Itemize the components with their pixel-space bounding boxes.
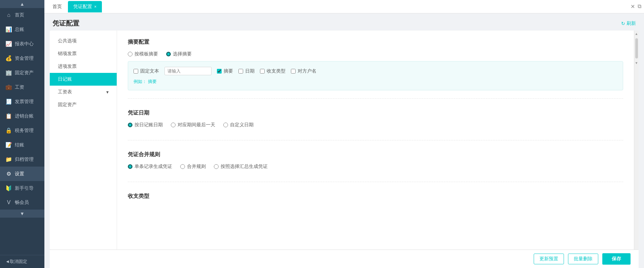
- sidebar-item-tax[interactable]: 🔒 税务管理: [0, 123, 44, 138]
- merge-rules-radio-group: 单条记录生成凭证 合并规则 按照选择汇总生成凭证: [128, 164, 623, 170]
- merge-rules-section: 凭证合并规则 单条记录生成凭证 合并规则: [128, 151, 623, 182]
- archive-icon: 📁: [5, 156, 12, 163]
- left-nav-fixed-assets[interactable]: 固定资产: [50, 98, 117, 111]
- tab-close-button[interactable]: ×: [94, 4, 97, 9]
- tax-icon: 🔒: [5, 127, 12, 134]
- voucher-date-title: 凭证日期: [128, 109, 623, 117]
- checkbox-income-expense-label[interactable]: 收支类型: [260, 68, 286, 74]
- sidebar-item-member[interactable]: V 畅会员: [0, 195, 44, 210]
- radio-template-label[interactable]: 按模板摘要: [128, 51, 158, 57]
- sidebar-item-invoice[interactable]: 🧾 发票管理: [0, 94, 44, 109]
- refresh-button[interactable]: ↻ 刷新: [621, 20, 636, 27]
- page-title: 凭证配置: [52, 19, 79, 28]
- bottom-bar: 更新预置 批量删除 保存: [50, 250, 639, 268]
- scrollbar-track[interactable]: ▲ ▼: [634, 31, 639, 250]
- invoice-icon: 🧾: [5, 98, 12, 105]
- sidebar-unpin-button[interactable]: ◄取消固定: [0, 255, 44, 268]
- main-area: 首页 凭证配置 × ✕ ⧉ 凭证配置 ↻ 刷新 公共选项: [44, 0, 644, 268]
- refresh-icon: ↻: [621, 21, 625, 26]
- save-button[interactable]: 保存: [602, 253, 631, 265]
- summary-config-box: 固定文本 摘要 日期: [128, 61, 623, 90]
- page-header: 凭证配置 ↻ 刷新: [44, 13, 644, 31]
- radio-select-label[interactable]: 选择摘要: [166, 51, 192, 57]
- reports-icon: 📈: [5, 41, 12, 47]
- voucher-date-radio-group: 按日记账日期 对应期间最后一天 自定义日期: [128, 122, 623, 128]
- scroll-down-arrow[interactable]: ▼: [635, 60, 638, 66]
- sidebar-item-guide[interactable]: 🔰 新手引导: [0, 181, 44, 195]
- sidebar-item-reports[interactable]: 📈 报表中心: [0, 37, 44, 51]
- checkbox-income-expense-input[interactable]: [260, 69, 265, 74]
- batch-delete-button[interactable]: 批量删除: [568, 254, 598, 264]
- left-nav-journal[interactable]: 日记账: [50, 73, 117, 86]
- sidebar: ▲ ⌂ 首页 📊 总账 📈 报表中心 💰 资金管理 🏢 固定资产 💼 工资 🧾 …: [0, 0, 44, 268]
- checkbox-counterparty-input[interactable]: [291, 69, 296, 74]
- payroll-icon: 💼: [5, 84, 12, 90]
- sidebar-item-payroll[interactable]: 💼 工资: [0, 80, 44, 94]
- sidebar-scroll-up[interactable]: ▲: [0, 0, 44, 8]
- radio-journal-date-input[interactable]: [128, 123, 132, 127]
- ledger-icon: 📊: [5, 26, 12, 33]
- home-icon: ⌂: [5, 12, 12, 18]
- summary-config-title: 摘要配置: [128, 39, 623, 46]
- radio-select-merge-label[interactable]: 按照选择汇总生成凭证: [214, 164, 268, 170]
- update-preview-button[interactable]: 更新预置: [534, 254, 564, 264]
- right-content: 摘要配置 按模板摘要 选择摘要: [117, 31, 634, 250]
- radio-merge-input[interactable]: [180, 164, 185, 169]
- window-close-icon[interactable]: ✕: [631, 3, 635, 10]
- tab-voucher-config[interactable]: 凭证配置 ×: [68, 1, 102, 12]
- radio-merge-label[interactable]: 合并规则: [180, 164, 206, 170]
- income-expense-section: 收支类型: [128, 193, 623, 213]
- checkbox-fixed-text-label[interactable]: 固定文本: [134, 68, 159, 74]
- summary-radio-group: 按模板摘要 选择摘要: [128, 51, 623, 57]
- sidebar-scroll-down[interactable]: ▼: [0, 210, 44, 218]
- body-layout: 公共选项 销项发票 进项发票 日记账 工资表 ▾ 固定资产: [50, 31, 639, 250]
- radio-last-day-label[interactable]: 对应期间最后一天: [171, 122, 215, 128]
- sidebar-item-close[interactable]: 📝 结账: [0, 138, 44, 152]
- checkbox-fixed-text-input[interactable]: [134, 69, 138, 74]
- settings-icon: ⚙: [5, 171, 12, 177]
- radio-template-input[interactable]: [128, 52, 132, 56]
- assets-icon: 🏢: [5, 70, 12, 76]
- summary-config-section: 摘要配置 按模板摘要 选择摘要: [128, 39, 623, 99]
- checkbox-row: 固定文本 摘要 日期: [134, 67, 617, 75]
- left-nav-sales[interactable]: 销项发票: [50, 47, 117, 60]
- sidebar-item-ledger[interactable]: 📊 总账: [0, 22, 44, 37]
- checkbox-date-input[interactable]: [238, 69, 243, 74]
- sidebar-item-assets[interactable]: 🏢 固定资产: [0, 65, 44, 80]
- left-nav-purchase[interactable]: 进项发票: [50, 60, 117, 73]
- sidebar-item-archive[interactable]: 📁 归档管理: [0, 152, 44, 167]
- checkbox-date-label[interactable]: 日期: [238, 68, 255, 74]
- radio-single-input[interactable]: [128, 164, 132, 169]
- member-icon: V: [5, 199, 12, 206]
- left-nav-payslip[interactable]: 工资表 ▾: [50, 86, 117, 98]
- guide-icon: 🔰: [5, 185, 12, 191]
- funds-icon: 💰: [5, 55, 12, 61]
- checkbox-counterparty-label[interactable]: 对方户名: [291, 68, 316, 74]
- radio-select-merge-input[interactable]: [214, 164, 219, 169]
- tab-actions: ✕ ⧉: [631, 3, 641, 10]
- example-text: 例如： 摘要: [134, 79, 617, 85]
- merge-rules-title: 凭证合并规则: [128, 151, 623, 158]
- close-accounts-icon: 📝: [5, 142, 12, 148]
- tab-home[interactable]: 首页: [47, 1, 67, 12]
- window-restore-icon[interactable]: ⧉: [638, 3, 641, 10]
- radio-single-label[interactable]: 单条记录生成凭证: [128, 164, 172, 170]
- scroll-thumb[interactable]: [635, 38, 638, 58]
- radio-select-input[interactable]: [166, 52, 171, 56]
- payslip-expand-icon: ▾: [106, 89, 109, 95]
- sidebar-item-funds[interactable]: 💰 资金管理: [0, 51, 44, 65]
- radio-last-day-input[interactable]: [171, 123, 176, 127]
- scroll-up-arrow[interactable]: ▲: [635, 31, 638, 37]
- trade-icon: 📋: [5, 113, 12, 119]
- sidebar-item-settings[interactable]: ⚙ 设置: [0, 167, 44, 181]
- checkbox-summary-input[interactable]: [217, 69, 222, 74]
- sidebar-item-trade[interactable]: 📋 进销台账: [0, 109, 44, 123]
- left-nav: 公共选项 销项发票 进项发票 日记账 工资表 ▾ 固定资产: [50, 31, 117, 250]
- radio-journal-date-label[interactable]: 按日记账日期: [128, 122, 163, 128]
- checkbox-summary-label[interactable]: 摘要: [217, 68, 233, 74]
- radio-custom-date-input[interactable]: [223, 123, 228, 127]
- sidebar-item-home[interactable]: ⌂ 首页: [0, 8, 44, 22]
- left-nav-public[interactable]: 公共选项: [50, 35, 117, 47]
- fixed-text-input[interactable]: [164, 67, 212, 75]
- radio-custom-date-label[interactable]: 自定义日期: [223, 122, 254, 128]
